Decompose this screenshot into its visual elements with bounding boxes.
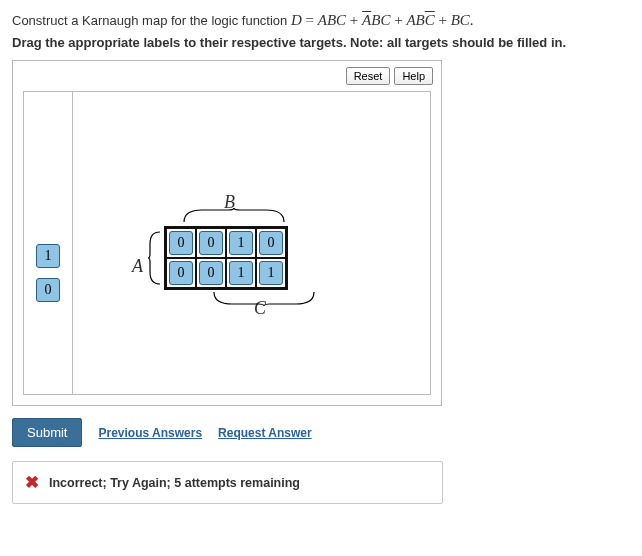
- cell-tile[interactable]: 1: [259, 261, 283, 285]
- incorrect-icon: ✖: [25, 472, 39, 493]
- cell-tile[interactable]: 0: [199, 261, 223, 285]
- kmap-cell[interactable]: 0: [166, 258, 196, 288]
- kmap-cell[interactable]: 1: [256, 258, 286, 288]
- palette-tile-0[interactable]: 0: [36, 278, 60, 302]
- palette-divider: [72, 92, 73, 394]
- request-answer-link[interactable]: Request Answer: [218, 426, 312, 440]
- cell-tile[interactable]: 0: [169, 261, 193, 285]
- cell-tile[interactable]: 0: [259, 231, 283, 255]
- prompt-lead: Construct a Karnaugh map for the logic f…: [12, 13, 291, 28]
- previous-answers-link[interactable]: Previous Answers: [98, 426, 202, 440]
- palette-tile-1[interactable]: 1: [36, 244, 60, 268]
- kmap-cell[interactable]: 0: [196, 228, 226, 258]
- kmap-cell[interactable]: 0: [166, 228, 196, 258]
- drag-instruction: Drag the appropriate labels to their res…: [12, 35, 630, 50]
- equation: D = ABC + ABC + ABC + BC.: [291, 12, 474, 28]
- kmap-cell[interactable]: 0: [196, 258, 226, 288]
- cell-tile[interactable]: 0: [199, 231, 223, 255]
- label-a: A: [132, 256, 143, 277]
- kmap-cell[interactable]: 0: [256, 228, 286, 258]
- bracket-b: [182, 208, 286, 224]
- kmap-grid: 0 0 1 0 0 0 1 1: [164, 226, 288, 290]
- bracket-c: [212, 290, 316, 306]
- canvas: 1 0 B A C 0 0 1 0 0 0 1 1: [23, 91, 431, 395]
- cell-tile[interactable]: 0: [169, 231, 193, 255]
- feedback-text: Incorrect; Try Again; 5 attempts remaini…: [49, 476, 300, 490]
- toolbar: Reset Help: [346, 67, 433, 85]
- cell-tile[interactable]: 1: [229, 261, 253, 285]
- reset-button[interactable]: Reset: [346, 67, 391, 85]
- bracket-a: [148, 230, 162, 286]
- help-button[interactable]: Help: [394, 67, 433, 85]
- kmap-cell[interactable]: 1: [226, 258, 256, 288]
- work-area: Reset Help 1 0 B A C 0 0 1 0 0: [12, 60, 442, 406]
- kmap-cell[interactable]: 1: [226, 228, 256, 258]
- question-prompt: Construct a Karnaugh map for the logic f…: [12, 12, 630, 29]
- actions: Submit Previous Answers Request Answer: [12, 418, 630, 447]
- submit-button[interactable]: Submit: [12, 418, 82, 447]
- feedback-box: ✖ Incorrect; Try Again; 5 attempts remai…: [12, 461, 443, 504]
- cell-tile[interactable]: 1: [229, 231, 253, 255]
